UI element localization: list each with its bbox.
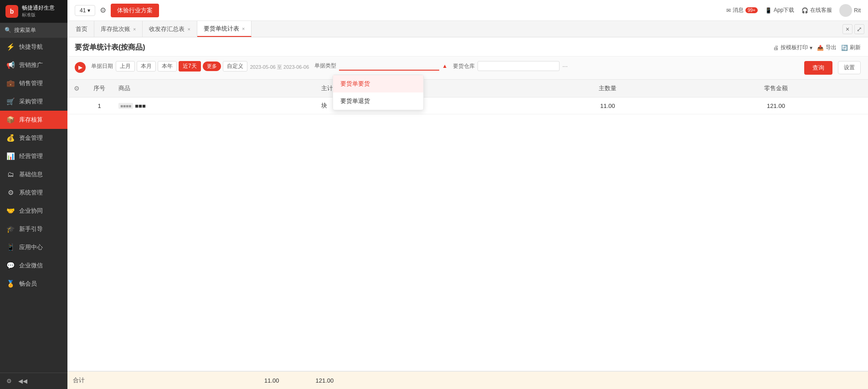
col-settings: ⚙ (67, 80, 86, 97)
enterprise-icon: 🤝 (6, 207, 15, 215)
marketing-icon: 📢 (6, 61, 15, 69)
inventory-icon: 📦 (6, 116, 15, 124)
export-button[interactable]: 📤 导出 (817, 44, 837, 51)
user-name: Rit (854, 7, 861, 14)
warehouse-filter-input[interactable] (478, 61, 560, 71)
sidebar-item-appcenter[interactable]: 📱 应用中心 (0, 238, 67, 256)
logo-icon: b (5, 5, 18, 18)
tab-order-summary-close[interactable]: × (242, 26, 245, 31)
sidebar-item-enterprise[interactable]: 🤝 企业协同 (0, 202, 67, 220)
type-dropdown-arrow[interactable]: ▲ (442, 63, 447, 69)
filter-settings-button[interactable]: 设置 (838, 61, 861, 74)
tab-order-summary[interactable]: 要货单统计表 × (197, 21, 252, 37)
sidebar-item-label: 快捷导航 (19, 43, 43, 51)
col-settings-icon[interactable]: ⚙ (74, 85, 80, 92)
warehouse-filter-group: 要货仓库 ··· (453, 61, 568, 71)
sidebar-item-base[interactable]: 🗂 基础信息 (0, 165, 67, 184)
date-btn-custom[interactable]: 自定义 (223, 61, 247, 72)
filter-expand-button[interactable]: ▶ (75, 62, 86, 73)
tab-inventory-batch-close[interactable]: × (133, 26, 136, 32)
sidebar-collapse-icon[interactable]: ◀◀ (18, 378, 27, 384)
sidebar-item-label: 新手引导 (19, 225, 43, 233)
sidebar-bottom-icons: ⚙ ◀◀ (6, 378, 27, 384)
sidebar-bottom: ⚙ ◀◀ (0, 373, 67, 389)
page-header-actions: 🖨 按模板打印 ▾ 📤 导出 🔄 刷新 (773, 44, 861, 51)
sidebar-item-sales[interactable]: 💼 销售管理 (0, 74, 67, 92)
total-label: 合计 (73, 376, 109, 384)
selector-dropdown-icon: ▾ (87, 7, 90, 14)
search-label: 搜索菜单 (14, 26, 36, 34)
online-service-btn[interactable]: 🎧 在线客服 (801, 6, 832, 14)
refresh-button[interactable]: 🔄 刷新 (841, 44, 861, 51)
date-btn-this-month[interactable]: 本月 (137, 61, 156, 72)
tab-receive-summary-close[interactable]: × (187, 26, 190, 32)
date-btn-7days[interactable]: 近7天 (179, 61, 201, 72)
sidebar-item-operations[interactable]: 📊 经营管理 (0, 147, 67, 165)
warehouse-more-btn[interactable]: ··· (562, 62, 568, 70)
date-btn-more[interactable]: 更多 (203, 61, 221, 71)
tab-inventory-batch[interactable]: 库存批次账 × (94, 21, 143, 37)
user-avatar[interactable]: Rit (839, 4, 861, 17)
sidebar-item-label: 企业协同 (19, 207, 43, 215)
product-code: ■■■ (135, 102, 146, 109)
service-icon: 🎧 (801, 7, 808, 14)
export-label: 导出 (826, 44, 837, 51)
sidebar-item-member[interactable]: 🏅 畅会员 (0, 275, 67, 293)
sidebar-item-label: 资金管理 (19, 134, 43, 142)
app-download-btn[interactable]: 📱 App下载 (765, 6, 794, 14)
sidebar-item-label: 系统管理 (19, 189, 43, 197)
print-label: 按模板打印 (781, 44, 808, 51)
date-btn-this-year[interactable]: 本年 (158, 61, 177, 72)
col-product: 商品 (113, 80, 316, 97)
company-selector[interactable]: 41 ▾ (75, 5, 95, 16)
dropdown-item-order-return[interactable]: 要货单退货 (333, 92, 423, 110)
search-icon: 🔍 (5, 27, 11, 33)
dropdown-item-order-goods[interactable]: 要货单要货 (333, 75, 423, 92)
tabs-expand-btn[interactable]: ⤢ (854, 24, 864, 34)
sidebar-item-finance[interactable]: 💰 资金管理 (0, 129, 67, 147)
filter-bar: ▶ 单据日期 上月 本月 本年 近7天 更多 自定义 2023-05-06 至 … (67, 56, 868, 80)
topbar-right: ✉ 消息 99+ 📱 App下载 🎧 在线客服 Rit (726, 4, 861, 17)
type-filter-input[interactable] (339, 61, 439, 71)
settings-icon[interactable]: ⚙ (6, 378, 12, 384)
print-button[interactable]: 🖨 按模板打印 ▾ (773, 44, 812, 51)
brand-name: 畅捷通好生意 (22, 5, 55, 12)
message-icon: ✉ (726, 7, 731, 14)
col-amount: 零售金额 (684, 80, 868, 97)
topbar-left: 41 ▾ ⚙ 体验行业方案 (75, 4, 159, 17)
type-filter-label: 单据类型 (314, 62, 336, 70)
tabs-close-all-btn[interactable]: × (842, 24, 853, 34)
sidebar-item-wechat[interactable]: 💬 企业微信 (0, 256, 67, 275)
cell-settings (67, 97, 86, 114)
tab-receive-summary[interactable]: 收发存汇总表 × (143, 21, 197, 37)
date-btn-last-month[interactable]: 上月 (116, 61, 135, 72)
brand-sub: 标准版 (22, 12, 55, 18)
sidebar-item-label: 库存核算 (19, 116, 43, 124)
sidebar-item-quicknav[interactable]: ⚡ 快捷导航 (0, 38, 67, 56)
wechat-icon: 💬 (6, 261, 15, 270)
cell-amount: 121.00 (684, 97, 868, 114)
sidebar-item-label: 采购管理 (19, 97, 43, 106)
sidebar-item-inventory[interactable]: 📦 库存核算 (0, 111, 67, 129)
sidebar-item-purchase[interactable]: 🛒 采购管理 (0, 92, 67, 111)
company-value: 41 (80, 7, 86, 14)
sidebar-item-marketing[interactable]: 📢 营销推广 (0, 56, 67, 74)
sidebar-logo: b 畅捷通好生意 标准版 (0, 0, 67, 23)
system-icon: ⚙ (6, 189, 15, 197)
refresh-label: 刷新 (850, 44, 861, 51)
cell-index: 1 (86, 97, 113, 114)
messages-btn[interactable]: ✉ 消息 99+ (726, 6, 758, 14)
date-range-text: 2023-05-06 至 2023-06-06 (250, 64, 309, 71)
sidebar-item-guide[interactable]: 🎓 新手引导 (0, 220, 67, 238)
topbar-settings-icon[interactable]: ⚙ (100, 6, 106, 15)
tab-home[interactable]: 首页 (67, 21, 94, 37)
refresh-icon: 🔄 (841, 45, 848, 51)
sidebar-item-system[interactable]: ⚙ 系统管理 (0, 184, 67, 202)
table-wrapper: ⚙ 序号 商品 主计量单位 主数量 零售金额 1 (67, 80, 868, 371)
trial-button[interactable]: 体验行业方案 (111, 4, 159, 17)
sidebar-search-item[interactable]: 🔍 搜索菜单 (0, 23, 67, 38)
query-button[interactable]: 查询 (804, 61, 832, 75)
appcenter-icon: 📱 (6, 243, 15, 251)
total-amount: 121.00 (316, 377, 334, 384)
sidebar-item-label: 营销推广 (19, 61, 43, 69)
